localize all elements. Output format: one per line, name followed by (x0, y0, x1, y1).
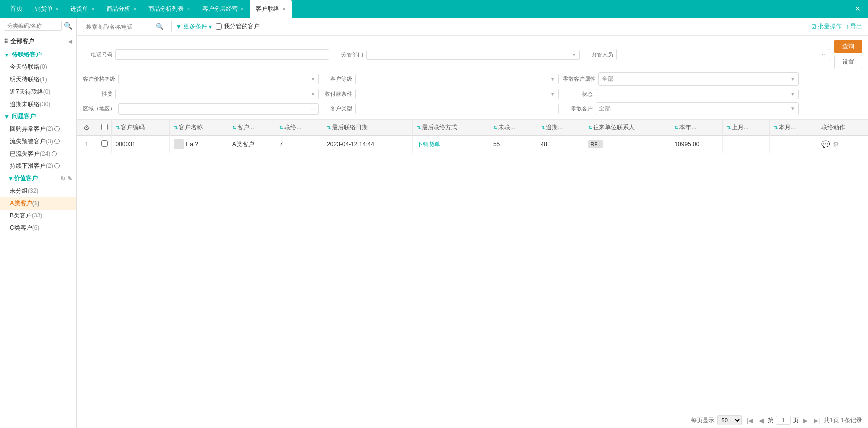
page-size-select[interactable]: 50 100 200 (717, 415, 742, 425)
filter-search-input[interactable] (86, 24, 156, 30)
nav-customer-segment[interactable]: 客户分层经营 × (196, 0, 250, 18)
sidebar-item-churn-warning[interactable]: 流失预警客户(3) ⓘ (0, 135, 76, 148)
department-select[interactable]: ▼ (366, 50, 580, 60)
nav-sales[interactable]: 销货单 × (29, 0, 64, 18)
close-window-button[interactable]: × (851, 4, 864, 14)
cell-unit-contact: RE . (584, 136, 670, 153)
filter-row-3: 性质 ▼ 收付款条件 ▼ 状态 ▼ (83, 89, 862, 99)
col-level-header[interactable]: ⇅客户... (228, 120, 275, 136)
col-last-month-header[interactable]: ⇅上月... (722, 120, 770, 136)
refresh-icon[interactable]: ↻ (60, 175, 65, 182)
column-settings-icon[interactable]: ⚙ (83, 124, 90, 132)
payment-select[interactable]: ▼ (355, 89, 558, 99)
nav-product-analysis-list[interactable]: 商品分析列表 × (142, 0, 196, 18)
sidebar-item-today-pending[interactable]: 今天待联络(0) (0, 61, 76, 73)
cell-last-contact-date: 2023-04-12 14:44: (323, 136, 413, 153)
col-current-year-header[interactable]: ⇅本年... (670, 120, 722, 136)
close-product-analysis-list-tab[interactable]: × (187, 6, 190, 12)
status-label: 状态 (563, 90, 593, 98)
page-suffix-label: 页 (793, 416, 799, 425)
page-navigation: |◀ ◀ 第 页 ▶ ▶| 共1页 1条记录 (745, 416, 862, 425)
sidebar-search-input[interactable] (4, 21, 62, 31)
last-page-button[interactable]: ▶| (812, 416, 822, 425)
page-number-input[interactable] (776, 416, 791, 425)
nav-home[interactable]: 首页 (4, 0, 29, 18)
customer-name-text: Ea ? (186, 141, 198, 148)
status-select[interactable]: ▼ (596, 89, 799, 99)
close-customer-contact-tab[interactable]: × (282, 6, 285, 12)
first-page-button[interactable]: |◀ (745, 416, 755, 425)
page-size-label: 每页显示 (691, 416, 714, 425)
close-customer-segment-tab[interactable]: × (241, 6, 244, 12)
batch-operation-button[interactable]: ☑ 批量操作 (811, 22, 842, 31)
customer-type-input[interactable] (355, 104, 558, 114)
col-this-month-header[interactable]: ⇅本月... (770, 120, 817, 136)
sidebar-item-class-a[interactable]: A类客户(1) (0, 197, 76, 210)
sidebar-item-declining[interactable]: 持续下滑客户(2) ⓘ (0, 160, 76, 172)
all-customers-header[interactable]: ⠿ 全部客户 ◀ (0, 34, 76, 49)
customer-type-label: 客户类型 (323, 105, 352, 112)
filter-more-button[interactable]: ▼ 更多条件 ▾ (176, 22, 212, 31)
last-contact-method-link[interactable]: 下销货单 (417, 141, 440, 148)
filter-action-buttons: 查询 设置 (834, 40, 862, 69)
nav-customer-contact[interactable]: 客户联络 × (250, 0, 291, 18)
col-overdue-header[interactable]: ⇅逾期... (537, 120, 584, 136)
my-customers-checkbox[interactable] (216, 23, 222, 30)
sidebar-item-overdue-contact[interactable]: 逾期未联络(30) (0, 98, 76, 110)
filter-retail-attr: 零散客户属性 全部▼ (563, 72, 799, 86)
cell-last-contact-method: 下销货单 (412, 136, 489, 153)
region-select[interactable]: ··· (118, 103, 319, 115)
col-code-header[interactable]: ⇅客户编码 (111, 120, 170, 136)
filter-search-icon[interactable]: 🔍 (156, 23, 163, 30)
retail-customer-select[interactable]: 全部▼ (596, 102, 799, 115)
sort-icon-unit-contact: ⇅ (588, 125, 592, 130)
sidebar-item-abnormal-repurchase[interactable]: 回购异常客户(2) ⓘ (0, 123, 76, 135)
col-unit-contact-header[interactable]: ⇅往来单位联系人 (584, 120, 670, 136)
sidebar-item-class-c[interactable]: C类客户(6) (0, 222, 76, 234)
filter-price-level: 客户价格等级 ▼ (83, 74, 319, 84)
col-contact-header[interactable]: ⇅联络... (275, 120, 323, 136)
col-not-contacted-header[interactable]: ⇅未联... (489, 120, 537, 136)
cell-contact-count: 7 (275, 136, 323, 153)
col-last-contact-date-header[interactable]: ⇅最后联络日期 (323, 120, 413, 136)
retail-attr-select[interactable]: 全部▼ (598, 72, 799, 86)
phone-input[interactable] (115, 49, 329, 60)
col-name-header[interactable]: ⇅客户名称 (170, 120, 228, 136)
next-page-button[interactable]: ▶ (801, 416, 810, 425)
edit-icon[interactable]: ✎ (67, 175, 72, 182)
query-button[interactable]: 查询 (834, 40, 862, 53)
close-product-analysis-tab[interactable]: × (133, 6, 136, 12)
horizontal-scrollbar[interactable] (77, 403, 868, 412)
sidebar-search-icon[interactable]: 🔍 (64, 22, 72, 30)
sidebar-item-churned[interactable]: 已流失客户(24) ⓘ (0, 148, 76, 160)
sidebar-item-class-b[interactable]: B类客户(33) (0, 210, 76, 222)
filter-region: 区域（地区） ··· (83, 103, 319, 115)
sort-icon-name: ⇅ (174, 125, 178, 130)
message-icon[interactable]: 💬 (821, 140, 830, 148)
customer-level-select[interactable]: ▼ (355, 74, 558, 84)
more-actions-icon[interactable]: ⚙ (833, 140, 839, 148)
row-checkbox[interactable] (101, 140, 108, 147)
nav-product-analysis[interactable]: 商品分析 × (101, 0, 142, 18)
nav-purchase[interactable]: 进货单 × (64, 0, 100, 18)
filter-retail-customer: 零散客户 全部▼ (563, 102, 799, 115)
export-button[interactable]: ↑ 导出 (846, 22, 862, 31)
settings-button[interactable]: 设置 (834, 55, 862, 69)
sidebar-item-7days-pending[interactable]: 近7天待联络(0) (0, 86, 76, 98)
select-all-checkbox[interactable] (101, 124, 108, 130)
sidebar-item-unclassified[interactable]: 未分组(32) (0, 185, 76, 197)
close-purchase-tab[interactable]: × (91, 6, 94, 12)
phone-label: 电话号码 (83, 51, 112, 58)
price-level-select[interactable]: ▼ (118, 74, 319, 84)
data-table: ⚙ ⇅客户编码 ⇅客户名称 ⇅客户... ⇅联络... ⇅最后联络日期 ⇅最后联… (77, 120, 868, 153)
nature-select[interactable]: ▼ (115, 89, 319, 99)
manager-select[interactable]: ··· (616, 49, 830, 60)
close-sales-tab[interactable]: × (55, 6, 58, 12)
col-last-contact-method-header[interactable]: ⇅最后联络方式 (412, 120, 489, 136)
my-customers-checkbox-label[interactable]: 我分管的客户 (216, 22, 260, 31)
department-label: 分管部门 (333, 51, 363, 58)
payment-label: 收付款条件 (323, 90, 352, 98)
prev-page-button[interactable]: ◀ (757, 416, 766, 425)
sidebar-item-tomorrow-pending[interactable]: 明天待联络(1) (0, 73, 76, 86)
region-dots: ··· (310, 106, 315, 112)
